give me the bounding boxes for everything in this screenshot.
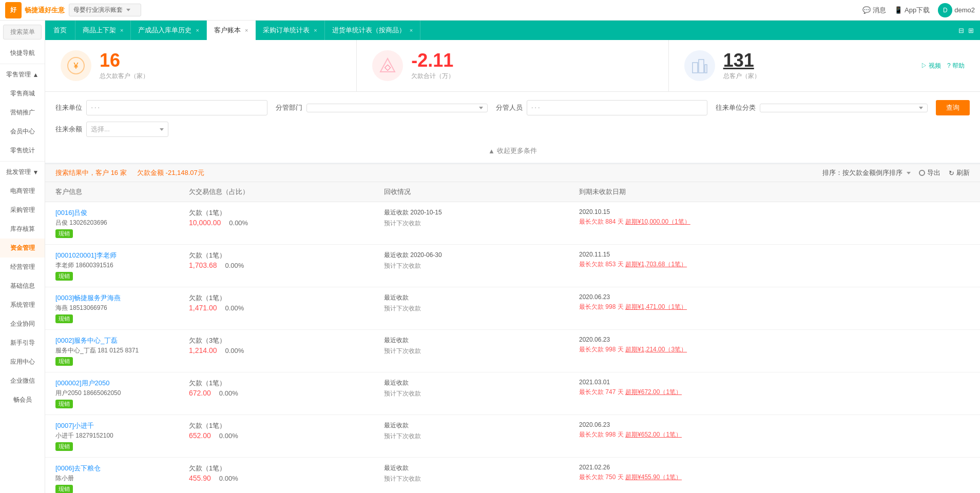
sidebar-item-marketing[interactable]: 营销推广 [0,103,45,122]
overdue-info: 最长欠款 747 天 超期¥672.00（1笔） [579,388,970,397]
sidebar-item-app-center[interactable]: 应用中心 [0,352,45,371]
tab-close-icon[interactable]: × [410,27,413,33]
tab-close-icon[interactable]: × [245,27,248,33]
sidebar-item-new-guide[interactable]: 新手引导 [0,333,45,352]
due-date-col: 2020.11.15 最长欠款 853 天 超期¥1,703.68（1笔） [579,251,970,281]
sidebar-item-vip[interactable]: 畅会员 [0,390,45,409]
overdue-link[interactable]: 超期¥1,471.00（1笔） [625,303,687,310]
filter-dept-label: 分管部门 [276,103,302,112]
customer-name-link[interactable]: [000002]用户2050 [55,379,189,388]
latest-recovery: 最近收款 [384,336,579,345]
sidebar-item-purchase[interactable]: 采购管理 [0,201,45,220]
customer-name-link[interactable]: [0006]去下粮仓 [55,464,189,473]
sidebar-item-basic-info[interactable]: 基础信息 [0,277,45,295]
customer-name-link[interactable]: [0001020001]李老师 [55,251,189,260]
tab-minimize-icon[interactable]: ⊟ [958,27,964,34]
overdue-link[interactable]: 超期¥1,703.68（1笔） [625,261,687,268]
tab-purchase-stats-by-product[interactable]: 进货单统计表（按商品） × [325,21,420,40]
filter-collapse-button[interactable]: ▲ 收起更多条件 [55,143,970,159]
debt-count: 欠款（1笔） [189,464,384,473]
sidebar-item-member-center[interactable]: 会员中心 [0,122,45,141]
overdue-info: 最长欠款 750 天 超期¥455.90（1笔） [579,473,970,482]
industry-chevron-icon [126,9,130,11]
tab-customer-account[interactable]: 客户账本 × [207,21,256,40]
customer-name-link[interactable]: [0016]吕俊 [55,208,189,218]
overdue-link[interactable]: 超期¥1,214.00（3笔） [625,346,687,353]
customer-name-link[interactable]: [0007]小进千 [55,421,189,430]
customer-tag: 现销 [55,357,73,366]
filter-unit-category-input[interactable] [760,104,928,112]
query-button[interactable]: 查询 [936,100,970,115]
message-button[interactable]: 💬 消息 [862,6,886,15]
app-download-button[interactable]: 📱 App下载 [894,6,930,15]
debt-count: 欠款（3笔） [189,336,384,345]
next-recovery: 预计下次收款 [384,304,579,313]
tab-close-icon[interactable]: × [314,27,317,33]
stat-icon-total-debt: ◇ [372,50,403,81]
stats-row: ¥ 16 总欠款客户（家） ◇ -2.11 欠款合计（万） [45,40,980,92]
due-date-col: 2020.06.23 最长欠款 998 天 超期¥652.00（1笔） [579,421,970,451]
sidebar-item-quick-nav[interactable]: 快捷导航 [0,44,45,63]
tab-product-offshelf[interactable]: 商品上下架 × [75,21,131,40]
due-date: 2020.06.23 [579,336,970,343]
recovery-col: 最近收款 2020-10-15 预计下次收款 [384,208,579,238]
tab-home[interactable]: 首页 [45,21,75,40]
debt-info-col: 欠款（1笔） 1,471.00 0.00% [189,293,384,323]
overdue-link[interactable]: 超期¥455.90（1笔） [625,474,682,481]
stat-card-total-customers-info: 131 总客户（家） [723,51,760,81]
sidebar-item-inventory[interactable]: 库存核算 [0,220,45,239]
customer-name-link[interactable]: [0003]畅捷服务尹海燕 [55,293,189,303]
table-row: [0002]服务中心_丁磊 服务中心_丁磊 181 0125 8371 现销 欠… [45,330,980,372]
customer-tag: 现销 [55,314,73,323]
table-row: [000002]用户2050 用户2050 18665062050 现销 欠款（… [45,372,980,415]
overdue-link[interactable]: 超期¥10,000.00（1笔） [625,218,690,225]
filter-from-unit-input[interactable]: ··· [86,100,267,115]
due-date-col: 2020.10.15 最长欠款 884 天 超期¥10,000.00（1笔） [579,208,970,238]
sidebar-item-system[interactable]: 系统管理 [0,295,45,314]
overdue-link[interactable]: 超期¥672.00（1笔） [625,388,682,396]
stat-total-debt-label: 欠款合计（万） [411,72,454,81]
logo-area: 好 畅捷通好生意 [5,2,65,18]
sidebar-item-retail-shop[interactable]: 零售商城 [0,84,45,103]
sort-selector[interactable]: 排序：按欠款金额倒序排序 [822,168,911,178]
sidebar-item-batch-management[interactable]: 批发管理 ▼ [0,163,45,182]
sidebar-item-retail-stats[interactable]: 零售统计 [0,141,45,160]
tab-purchase-order-stats[interactable]: 采购订单统计表 × [256,21,324,40]
search-menu-button[interactable]: 搜索菜单 [3,25,42,40]
stat-card-right-actions: ▷ 视频 ? 帮助 [921,62,965,70]
sidebar-item-ecommerce[interactable]: 电商管理 [0,182,45,201]
overdue-info: 最长欠款 884 天 超期¥10,000.00（1笔） [579,218,970,226]
filter-manager-input[interactable]: ··· [527,100,708,115]
content-area: 首页 商品上下架 × 产成品入库单历史 × 客户账本 × 采购订单统计表 × [45,21,980,493]
filter-dept-input[interactable] [306,104,488,112]
help-link[interactable]: ? 帮助 [947,62,965,70]
customer-name-link[interactable]: [0002]服务中心_丁磊 [55,336,189,345]
tab-production-history[interactable]: 产成品入库单历史 × [131,21,206,40]
table-row: [0016]吕俊 吕俊 13026203696 现销 欠款（1笔） 10,000… [45,202,980,245]
video-link[interactable]: ▷ 视频 [921,62,941,70]
overdue-info: 最长欠款 998 天 超期¥652.00（1笔） [579,430,970,439]
latest-recovery: 最近收款 [384,464,579,472]
recovery-col: 最近收款 预计下次收款 [384,421,579,451]
due-date-col: 2021.02.26 最长欠款 750 天 超期¥455.90（1笔） [579,464,970,493]
tab-close-icon[interactable]: × [196,27,199,33]
sidebar-item-retail-management[interactable]: 零售管理 ▲ [0,65,45,84]
tab-bar: 首页 商品上下架 × 产成品入库单历史 × 客户账本 × 采购订单统计表 × [45,21,980,40]
filter-balance-input[interactable]: 选择... [86,122,168,137]
tab-close-icon[interactable]: × [120,27,123,33]
debt-count: 欠款（1笔） [189,293,384,303]
stat-card-debt-info: 16 总欠款客户（家） [100,51,149,81]
overdue-link[interactable]: 超期¥652.00（1笔） [625,431,682,438]
sidebar-item-operations[interactable]: 经营管理 [0,258,45,277]
user-profile[interactable]: D demo2 [938,3,975,17]
export-button[interactable]: 导出 [919,168,940,178]
customer-info-col: [0002]服务中心_丁磊 服务中心_丁磊 181 0125 8371 现销 [55,336,189,366]
sidebar-item-enterprise-collab[interactable]: 企业协同 [0,314,45,333]
sidebar-item-finance[interactable]: 资金管理 [0,239,45,258]
sidebar-item-enterprise-wechat[interactable]: 企业微信 [0,371,45,390]
filter-dots-icon: ··· [91,103,101,112]
refresh-button[interactable]: ↻ 刷新 [949,168,970,178]
tab-maximize-icon[interactable]: ⊞ [968,27,974,34]
industry-selector[interactable]: 母婴行业演示账套 [69,4,141,16]
customer-phone: 陈小册 [55,474,189,483]
